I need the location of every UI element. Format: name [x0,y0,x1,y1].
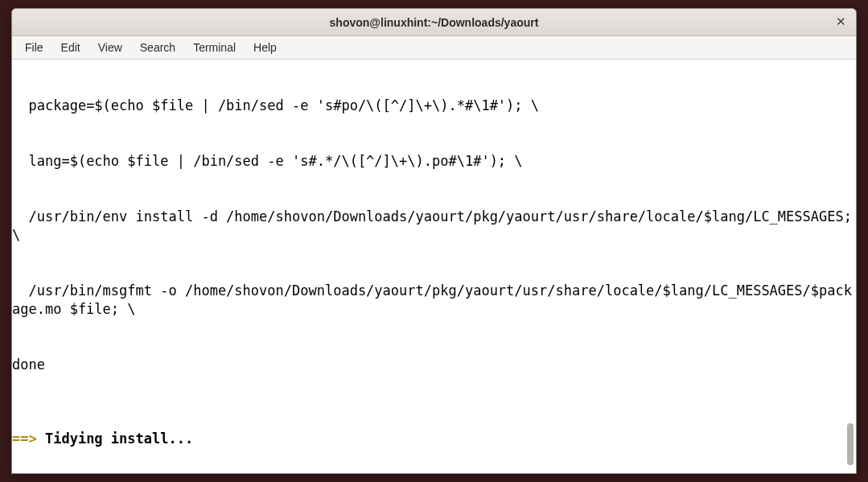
menu-help[interactable]: Help [245,38,285,57]
window-title: shovon@linuxhint:~/Downloads/yaourt [330,16,539,29]
output-line: package=$(echo $file | /bin/sed -e 's#po… [12,97,856,115]
output-line: ==> Tidying install... [12,430,856,448]
scrollbar[interactable] [847,60,854,473]
titlebar: shovon@linuxhint:~/Downloads/yaourt ✕ [12,9,856,36]
output-line: /usr/bin/msgfmt -o /home/shovon/Download… [12,282,856,319]
close-icon[interactable]: ✕ [832,13,849,31]
menu-view[interactable]: View [90,38,130,57]
output-line: /usr/bin/env install -d /home/shovon/Dow… [12,208,856,245]
menu-file[interactable]: File [17,38,51,57]
output-line: lang=$(echo $file | /bin/sed -e 's#.*/\(… [12,152,856,171]
arrow-major-icon: ==> [12,431,37,447]
menu-edit[interactable]: Edit [53,38,88,57]
menu-search[interactable]: Search [132,38,183,57]
menubar: File Edit View Search Terminal Help [12,36,856,60]
output-line: done [12,356,856,374]
scrollbar-thumb[interactable] [847,423,854,464]
menu-terminal[interactable]: Terminal [185,38,244,57]
terminal-output[interactable]: package=$(echo $file | /bin/sed -e 's#po… [12,60,856,473]
terminal-window: shovon@linuxhint:~/Downloads/yaourt ✕ Fi… [11,8,857,474]
